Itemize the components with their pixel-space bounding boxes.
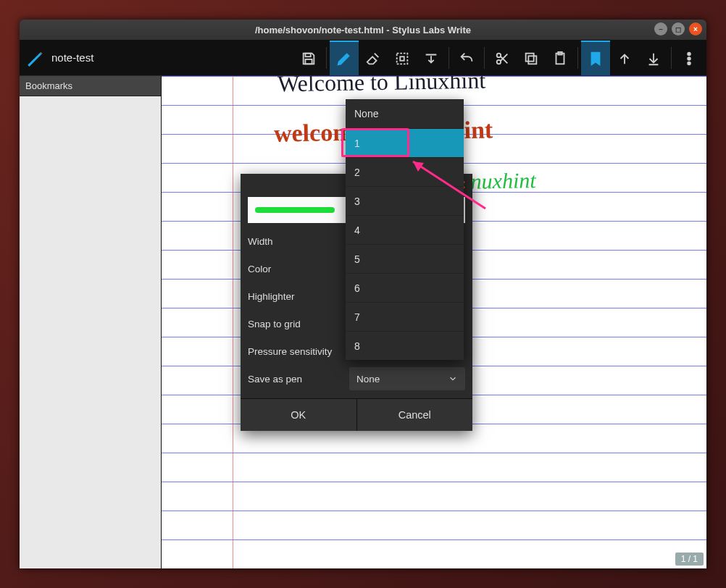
dropdown-item-1[interactable]: 1 bbox=[346, 128, 464, 157]
dropdown-item-5[interactable]: 5 bbox=[346, 244, 464, 273]
minimize-button[interactable]: – bbox=[654, 22, 667, 35]
svg-point-13 bbox=[688, 57, 690, 60]
dropdown-item-7[interactable]: 7 bbox=[346, 302, 464, 331]
dialog-buttons: OK Cancel bbox=[241, 398, 472, 431]
chevron-down-icon bbox=[448, 374, 458, 384]
select-tool-button[interactable] bbox=[388, 41, 417, 75]
svg-rect-1 bbox=[305, 59, 312, 63]
svg-point-6 bbox=[497, 53, 501, 57]
sidebar-header: Bookmarks bbox=[20, 76, 161, 96]
save-as-dropdown: None12345678 bbox=[346, 99, 464, 360]
pen-tool-button[interactable] bbox=[330, 41, 359, 75]
eraser-tool-button[interactable] bbox=[359, 41, 388, 75]
preview-stroke bbox=[255, 207, 335, 213]
maximize-button[interactable]: ◻ bbox=[672, 22, 685, 35]
content-area: Bookmarks Welcome to Linuxhint welcome t… bbox=[20, 76, 706, 568]
svg-rect-3 bbox=[400, 56, 404, 61]
close-button[interactable]: × bbox=[689, 22, 702, 35]
svg-point-5 bbox=[497, 59, 501, 64]
save-button[interactable] bbox=[294, 41, 323, 75]
cut-button[interactable] bbox=[488, 41, 517, 75]
bookmarks-sidebar: Bookmarks bbox=[20, 76, 162, 568]
window-controls: – ◻ × bbox=[654, 22, 702, 35]
svg-rect-2 bbox=[397, 53, 408, 64]
document-title[interactable]: note-test bbox=[51, 51, 93, 64]
row-save-as: Save as pen None bbox=[248, 365, 465, 392]
overflow-menu-button[interactable] bbox=[675, 41, 704, 75]
titlebar: /home/shovon/note-test.html - Stylus Lab… bbox=[20, 20, 706, 40]
document-icon bbox=[22, 46, 47, 70]
dropdown-item-2[interactable]: 2 bbox=[346, 157, 464, 186]
svg-point-12 bbox=[688, 52, 690, 55]
dropdown-item-3[interactable]: 3 bbox=[346, 186, 464, 215]
window-title: /home/shovon/note-test.html - Stylus Lab… bbox=[20, 25, 706, 35]
copy-button[interactable] bbox=[517, 41, 546, 75]
insert-space-button[interactable] bbox=[417, 41, 446, 75]
page-indicator: 1 / 1 bbox=[675, 553, 704, 566]
save-as-select[interactable]: None bbox=[349, 367, 465, 390]
ok-button[interactable]: OK bbox=[241, 399, 356, 431]
dropdown-item-8[interactable]: 8 bbox=[346, 331, 464, 360]
dropdown-item-none[interactable]: None bbox=[346, 99, 464, 128]
save-as-label: Save as pen bbox=[248, 374, 349, 385]
prev-page-button[interactable] bbox=[610, 41, 639, 75]
save-as-select-value: None bbox=[356, 374, 380, 385]
dropdown-item-6[interactable]: 6 bbox=[346, 273, 464, 302]
toolbar: note-test bbox=[20, 40, 706, 76]
svg-rect-0 bbox=[305, 53, 310, 56]
cancel-button[interactable]: Cancel bbox=[356, 399, 473, 431]
handwriting-1: Welcome to Linuxhint bbox=[278, 76, 486, 98]
bookmark-button[interactable] bbox=[581, 41, 610, 75]
undo-button[interactable] bbox=[452, 41, 481, 75]
note-canvas[interactable]: Welcome to Linuxhint welcome to linuxhin… bbox=[162, 76, 706, 568]
app-window: /home/shovon/note-test.html - Stylus Lab… bbox=[20, 20, 706, 568]
paste-button[interactable] bbox=[546, 41, 575, 75]
dropdown-item-4[interactable]: 4 bbox=[346, 215, 464, 244]
svg-point-14 bbox=[688, 62, 690, 64]
svg-rect-7 bbox=[528, 56, 536, 64]
sidebar-body[interactable] bbox=[20, 96, 161, 568]
svg-rect-8 bbox=[526, 53, 534, 61]
next-page-button[interactable] bbox=[639, 41, 668, 75]
